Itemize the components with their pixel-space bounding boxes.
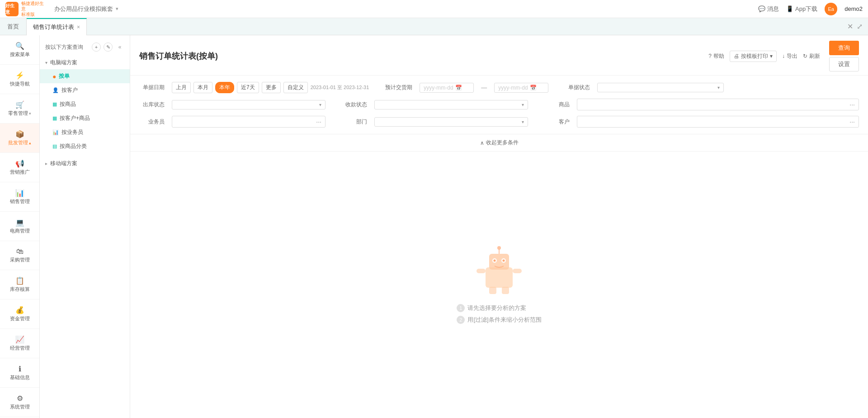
this-year-button[interactable]: 本年 bbox=[215, 82, 234, 93]
top-center: 办公用品行业模拟账套 ▾ bbox=[45, 5, 758, 13]
department-dropdown[interactable]: ▾ bbox=[374, 117, 528, 127]
sidebar-item-purchase[interactable]: 🛍 采购管理 bbox=[0, 241, 39, 270]
tab-sales-stats[interactable]: 销售订单统计表 × bbox=[27, 18, 87, 35]
page-title-actions: ? 帮助 🖨 按模板打印 ▾ ↓ 导出 ↻ 刷新 bbox=[708, 41, 859, 71]
username-label: demo2 bbox=[844, 5, 863, 12]
active-scheme-icon: ● bbox=[52, 73, 56, 80]
scheme-item-by-customer[interactable]: 👤 按客户 bbox=[40, 83, 130, 97]
sidebar-item-quick-nav[interactable]: ⚡ 快捷导航 bbox=[0, 65, 39, 94]
right-content: 销售订单统计表(按单) ? 帮助 🖨 按模板打印 ▾ ↓ 导出 bbox=[130, 35, 868, 418]
dept-arrow-icon: ▾ bbox=[522, 119, 524, 124]
scheme-group-pc-header[interactable]: ▾ 电脑端方案 bbox=[40, 56, 130, 69]
tab-home[interactable]: 首页 bbox=[0, 18, 27, 35]
payment-status-dropdown[interactable]: ▾ bbox=[374, 100, 528, 109]
more-button[interactable]: 更多 bbox=[262, 82, 281, 93]
sidebar-item-marketing[interactable]: 📢 营销推广 bbox=[0, 153, 39, 182]
customer-dots-icon[interactable]: ··· bbox=[849, 118, 855, 125]
scheme-group-mobile-header[interactable]: ▸ 移动端方案 bbox=[40, 157, 130, 170]
content-area: 按以下方案查询 + ✎ « ▾ 电脑端方案 bbox=[40, 35, 868, 418]
goods-dropdown[interactable]: ··· bbox=[577, 99, 859, 110]
sidebar-item-wholesale[interactable]: 📦 批发管理 ▴ bbox=[0, 124, 39, 153]
template-print-button[interactable]: 🖨 按模板打印 ▾ bbox=[730, 51, 777, 62]
messages-button[interactable]: 💬 消息 bbox=[758, 5, 779, 13]
payment-status-label: 收款状态 bbox=[342, 101, 367, 109]
scheme-item-by-customer-goods[interactable]: ▦ 按客户+商品 bbox=[40, 111, 130, 125]
app-download-button[interactable]: 📱 App下载 bbox=[786, 5, 817, 13]
export-icon: ↓ bbox=[782, 53, 785, 59]
page-title: 销售订单统计表(按单) bbox=[139, 51, 218, 62]
date-range-text: 2023-01-01 至 2023-12-31 bbox=[311, 84, 369, 91]
logo-area: 好生意 畅捷通好生意 标准版 bbox=[5, 1, 45, 17]
doc-status-dropdown-arrow-icon: ▾ bbox=[717, 85, 720, 90]
customer-label: 客户 bbox=[544, 118, 570, 126]
sidebar-item-retail[interactable]: 🛒 零售管理 ▾ bbox=[0, 94, 39, 124]
sidebar-item-system[interactable]: ⚙ 系统管理 bbox=[0, 388, 39, 417]
dropdown-arrow-icon[interactable]: ▾ bbox=[116, 6, 118, 12]
refresh-button[interactable]: ↻ 刷新 bbox=[803, 52, 820, 60]
last-month-button[interactable]: 上月 bbox=[172, 82, 191, 93]
sidebar-item-search-menu[interactable]: 🔍 搜索菜单 bbox=[0, 35, 39, 65]
tab-bar-right: ✕ ⤢ bbox=[847, 22, 868, 31]
sidebar-item-finance[interactable]: 💰 资金管理 bbox=[0, 299, 39, 329]
goods-dots-icon[interactable]: ··· bbox=[849, 101, 855, 108]
shipment-status-label: 出库状态 bbox=[139, 101, 165, 109]
system-icon: ⚙ bbox=[0, 394, 39, 403]
wholesale-icon: 📦 bbox=[0, 130, 39, 138]
svg-point-11 bbox=[497, 246, 501, 250]
collapse-panel-button[interactable]: « bbox=[115, 43, 124, 52]
message-icon: 💬 bbox=[758, 5, 765, 12]
doc-status-dropdown[interactable]: ▾ bbox=[597, 83, 724, 92]
retail-icon: 🛒 bbox=[0, 100, 39, 109]
add-scheme-button[interactable]: + bbox=[92, 43, 101, 52]
sidebar-item-basic-info[interactable]: ℹ 基础信息 bbox=[0, 358, 39, 388]
goods-scheme-icon: ▦ bbox=[52, 101, 57, 107]
salesperson-dots-icon[interactable]: ··· bbox=[316, 118, 321, 125]
salesperson-dropdown[interactable]: ··· bbox=[172, 116, 326, 128]
calendar-start-icon: 📅 bbox=[455, 85, 462, 91]
ecommerce-icon: 💻 bbox=[0, 218, 39, 227]
last7-button[interactable]: 近7天 bbox=[237, 82, 259, 93]
sidebar-item-operations[interactable]: 📈 经营管理 bbox=[0, 329, 39, 358]
svg-rect-8 bbox=[489, 287, 496, 294]
expand-arrow-icon: ▾ bbox=[45, 60, 47, 65]
sidebar-item-inventory[interactable]: 📋 库存核算 bbox=[0, 270, 39, 299]
payment-arrow-icon: ▾ bbox=[522, 102, 524, 107]
sidebar-item-ecommerce[interactable]: 💻 电商管理 bbox=[0, 212, 39, 241]
edit-icon: ✎ bbox=[106, 44, 110, 50]
filter-area: 单据日期 上月 本月 本年 近7天 更多 自定义 2023-01-01 至 20… bbox=[130, 76, 868, 134]
scheme-item-by-goods[interactable]: ▦ 按商品 bbox=[40, 97, 130, 111]
shipment-status-dropdown[interactable]: ▾ bbox=[172, 100, 326, 109]
expected-date-end-input[interactable]: yyyy-mm-dd 📅 bbox=[494, 83, 548, 93]
custom-button[interactable]: 自定义 bbox=[283, 82, 308, 93]
customer-scheme-icon: 👤 bbox=[52, 87, 59, 93]
main-layout: 🔍 搜索菜单 ⚡ 快捷导航 🛒 零售管理 ▾ 📦 批发管理 ▴ 📢 营销推广 bbox=[0, 35, 868, 418]
sidebar-item-sales[interactable]: 📊 销售管理 bbox=[0, 182, 39, 212]
close-window-icon[interactable]: ✕ bbox=[847, 22, 853, 31]
goods-cat-scheme-icon: ▤ bbox=[52, 143, 57, 149]
scheme-item-by-salesperson[interactable]: 📊 按业务员 bbox=[40, 125, 130, 139]
scheme-item-by-goods-cat[interactable]: ▤ 按商品分类 bbox=[40, 139, 130, 153]
empty-tip-1: 1 请先选择要分析的方案 bbox=[457, 304, 541, 312]
settings-button[interactable]: 设置 bbox=[829, 57, 859, 71]
tab-close-icon[interactable]: × bbox=[77, 24, 80, 30]
this-month-button[interactable]: 本月 bbox=[193, 82, 212, 93]
top-right: 💬 消息 📱 App下载 Ea demo2 bbox=[758, 3, 863, 15]
scheme-item-by-order[interactable]: ● 按单 bbox=[40, 69, 130, 83]
expand-arrow-mobile-icon: ▸ bbox=[45, 161, 47, 166]
filter-row-3: 业务员 ··· 部门 ▾ 客户 ··· bbox=[139, 116, 859, 128]
user-avatar[interactable]: Ea bbox=[825, 3, 837, 15]
export-button[interactable]: ↓ 导出 bbox=[782, 52, 797, 60]
print-icon: 🖨 bbox=[734, 53, 739, 59]
chevron-icon: ▾ bbox=[29, 111, 31, 116]
shipment-arrow-icon: ▾ bbox=[319, 102, 321, 107]
help-button[interactable]: ? 帮助 bbox=[708, 52, 724, 60]
collapse-bar[interactable]: ∧ 收起更多条件 bbox=[130, 134, 868, 152]
empty-tip-2: 2 用[过滤]条件来缩小分析范围 bbox=[457, 316, 541, 324]
customer-dropdown[interactable]: ··· bbox=[577, 116, 859, 128]
query-button[interactable]: 查询 bbox=[829, 41, 859, 55]
panel-header: 按以下方案查询 + ✎ « bbox=[40, 40, 130, 54]
edit-scheme-button[interactable]: ✎ bbox=[104, 43, 113, 52]
expected-date-start-input[interactable]: yyyy-mm-dd 📅 bbox=[420, 83, 474, 93]
expand-window-icon[interactable]: ⤢ bbox=[857, 22, 863, 31]
scheme-group-mobile: ▸ 移动端方案 bbox=[40, 155, 130, 172]
